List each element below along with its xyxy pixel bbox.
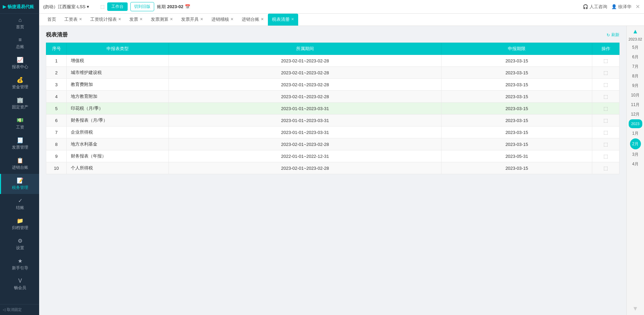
refresh-button[interactable]: ↻ 刷新 xyxy=(607,32,619,38)
company-selector[interactable]: (勿动）江西服室-LSS ▾ xyxy=(43,4,98,10)
cell-action: ⬚ xyxy=(592,55,619,67)
action-icon[interactable]: ⬚ xyxy=(603,165,608,171)
action-icon[interactable]: ⬚ xyxy=(603,141,608,147)
tab-home-label: 首页 xyxy=(47,16,56,22)
tabbar: 首页 工资表 ✕ 工资统计报表 ✕ 发票 ✕ 发票测算 ✕ 发票开具 ✕ 进销稽… xyxy=(39,14,644,26)
cell-id: 2 xyxy=(46,67,67,79)
month-8[interactable]: 8月 xyxy=(628,72,643,80)
copy-icon[interactable]: ⬚ xyxy=(100,4,104,9)
logo-icon: ▶ xyxy=(3,4,6,9)
month-10[interactable]: 10月 xyxy=(628,91,643,100)
action-icon[interactable]: ⬚ xyxy=(603,153,608,159)
sidebar-item-guide[interactable]: ★ 新手引导 xyxy=(0,254,39,274)
right-panel-header: ▲ xyxy=(632,27,639,36)
chevron-up-icon[interactable]: ▲ xyxy=(632,28,639,35)
home-icon: ⌂ xyxy=(18,17,22,23)
col-header-id: 序号 xyxy=(46,43,67,55)
tab-salary-table[interactable]: 工资表 ✕ xyxy=(60,14,86,26)
cell-deadline: 2023-03-15 xyxy=(441,91,592,103)
tab-invoice-issue-label: 发票开具 xyxy=(181,16,199,22)
user-info[interactable]: 👤 徐泽华 xyxy=(611,4,631,10)
topbar: (勿动）江西服室-LSS ▾ ⬚ 工作台 切到旧版 账期 2023-02 📅 🎧… xyxy=(39,0,644,14)
tab-salary-report-close[interactable]: ✕ xyxy=(118,17,121,21)
tab-invoice[interactable]: 发票 ✕ xyxy=(125,14,147,26)
sidebar-item-close[interactable]: ✓ 结账 xyxy=(0,194,39,214)
cell-action: ⬚ xyxy=(592,103,619,115)
sidebar-item-purchase[interactable]: 📋 进销台账 xyxy=(0,154,39,174)
cell-id: 10 xyxy=(46,162,67,174)
workspace-button[interactable]: 工作台 xyxy=(107,2,128,11)
action-icon[interactable]: ⬚ xyxy=(603,94,608,99)
cell-period: 2022-01-01~2022-12-31 xyxy=(169,150,441,162)
tab-invoice-calc-close[interactable]: ✕ xyxy=(170,17,173,21)
sidebar-label-tax: 税务管理 xyxy=(12,185,28,191)
table-row: 1 增值税 2023-02-01~2023-02-28 2023-03-15 ⬚ xyxy=(46,55,619,67)
month-3[interactable]: 3月 xyxy=(628,150,643,159)
page-titlebar: 税表清册 ↻ 刷新 xyxy=(46,31,619,39)
tab-tax-list-close[interactable]: ✕ xyxy=(291,17,294,21)
month-6[interactable]: 6月 xyxy=(628,52,643,61)
switch-btn[interactable]: 切到旧版 xyxy=(130,2,154,11)
tab-salary-report[interactable]: 工资统计报表 ✕ xyxy=(86,14,125,26)
action-icon[interactable]: ⬚ xyxy=(603,58,608,63)
sidebar-item-ledger[interactable]: ≡ 总账 xyxy=(0,33,39,53)
cell-type: 地方水利基金 xyxy=(67,138,169,150)
cell-action: ⬚ xyxy=(592,115,619,126)
sidebar-item-home[interactable]: ⌂ 首页 xyxy=(0,14,39,33)
month-7[interactable]: 7月 xyxy=(628,62,643,71)
cell-deadline: 2023-05-31 xyxy=(441,150,592,162)
action-icon[interactable]: ⬚ xyxy=(603,130,608,135)
tab-purchase-ledger[interactable]: 进销台账 ✕ xyxy=(238,14,268,26)
tab-purchase-check[interactable]: 进销稽核 ✕ xyxy=(207,14,238,26)
archive-icon: 📁 xyxy=(17,217,23,224)
right-calendar-panel: ▲ 2023.02 5月 6月 7月 8月 9月 10月 11月 12月 202… xyxy=(626,26,644,315)
month-1[interactable]: 1月 xyxy=(628,129,643,138)
tab-purchase-check-close[interactable]: ✕ xyxy=(230,17,234,21)
sidebar-item-tax[interactable]: 📝 税务管理 xyxy=(0,174,39,194)
action-icon[interactable]: ⬚ xyxy=(603,70,608,75)
month-11[interactable]: 11月 xyxy=(628,100,643,109)
tab-invoice-close[interactable]: ✕ xyxy=(140,17,143,21)
tab-purchase-ledger-close[interactable]: ✕ xyxy=(261,17,264,21)
tab-salary-table-label: 工资表 xyxy=(64,16,78,22)
month-2-active[interactable]: 2月 xyxy=(630,138,641,149)
table-row: 5 印花税（月/季） 2023-01-01~2023-03-31 2023-03… xyxy=(46,103,619,115)
month-12[interactable]: 12月 xyxy=(628,110,643,119)
tab-invoice-issue-close[interactable]: ✕ xyxy=(200,17,203,21)
refresh-label: 刷新 xyxy=(611,32,619,38)
cell-id: 8 xyxy=(46,138,67,150)
cell-id: 3 xyxy=(46,79,67,91)
content-area: 税表清册 ↻ 刷新 序号 申报表类型 所属期间 申报期限 操作 xyxy=(39,26,644,315)
cell-period: 2023-02-01~2023-02-28 xyxy=(169,138,441,150)
period-selector[interactable]: 账期 2023-02 📅 xyxy=(157,4,190,10)
topbar-close-btn[interactable]: ✕ xyxy=(635,3,640,10)
topbar-right: 🎧 人工咨询 👤 徐泽华 ✕ xyxy=(583,3,640,10)
unpin-button[interactable]: ◁ 取消固定 xyxy=(0,304,39,315)
tab-home[interactable]: 首页 xyxy=(43,14,60,26)
cell-type: 财务报表（年报） xyxy=(67,150,169,162)
tab-invoice-calc[interactable]: 发票测算 ✕ xyxy=(147,14,177,26)
chevron-down-icon[interactable]: ▼ xyxy=(632,305,639,312)
tab-salary-close[interactable]: ✕ xyxy=(79,17,82,21)
action-icon[interactable]: ⬚ xyxy=(603,118,608,123)
tab-invoice-issue[interactable]: 发票开具 ✕ xyxy=(177,14,207,26)
sidebar-item-assets[interactable]: 🏢 固定资产 xyxy=(0,93,39,114)
cell-deadline: 2023-03-15 xyxy=(441,138,592,150)
sidebar-item-salary[interactable]: 💵 工资 xyxy=(0,114,39,134)
sidebar-item-settings[interactable]: ⚙ 设置 xyxy=(0,234,39,254)
action-icon[interactable]: ⬚ xyxy=(603,106,608,111)
month-4[interactable]: 4月 xyxy=(628,160,643,168)
sidebar-item-invoice[interactable]: 🧾 发票管理 xyxy=(0,134,39,154)
sidebar-item-archive[interactable]: 📁 归档管理 xyxy=(0,214,39,234)
sidebar-item-funds[interactable]: 💰 资金管理 xyxy=(0,73,39,93)
sidebar-item-reports[interactable]: 📈 报表中心 xyxy=(0,53,39,73)
tab-purchase-ledger-label: 进销台账 xyxy=(242,16,259,22)
year-2023-badge[interactable]: 2023 xyxy=(629,119,642,128)
tab-tax-list[interactable]: 税表清册 ✕ xyxy=(268,14,298,26)
action-icon[interactable]: ⬚ xyxy=(603,82,608,87)
month-5[interactable]: 5月 xyxy=(628,43,643,52)
help-btn[interactable]: 🎧 人工咨询 xyxy=(583,4,607,10)
month-9[interactable]: 9月 xyxy=(628,81,643,90)
settings-icon: ⚙ xyxy=(18,238,22,244)
sidebar-item-member[interactable]: V 畅会员 xyxy=(0,274,39,294)
